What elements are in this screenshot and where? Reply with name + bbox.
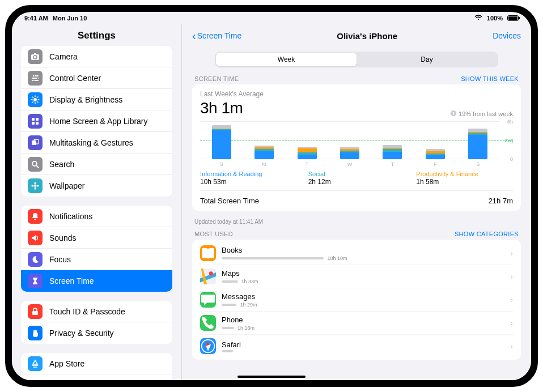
battery-pct: 100% (487, 15, 503, 22)
svg-rect-32 (32, 311, 38, 315)
devices-button[interactable]: Devices (493, 31, 521, 40)
svg-rect-18 (32, 118, 35, 121)
segment-day[interactable]: Day (357, 53, 497, 66)
svg-point-29 (31, 185, 33, 187)
app-name: Books (222, 246, 504, 254)
sidebar-item-app-store[interactable]: App Store (21, 353, 172, 374)
chevron-right-icon: › (510, 318, 513, 327)
svg-line-17 (37, 97, 39, 98)
game-icon (28, 378, 43, 380)
sidebar-item-home-screen-app-library[interactable]: Home Screen & App Library (21, 110, 172, 132)
category-0: Information & Reading10h 53m (200, 171, 297, 186)
chevron-right-icon: › (510, 342, 513, 351)
show-this-week-link[interactable]: SHOW THIS WEEK (461, 75, 519, 82)
svg-point-28 (35, 187, 36, 189)
arrow-up-icon (451, 110, 456, 117)
sidebar-item-wallpaper[interactable]: Wallpaper (21, 175, 172, 197)
sidebar-item-screen-time[interactable]: Screen Time (21, 270, 172, 292)
chevron-right-icon: › (510, 295, 513, 304)
svg-point-6 (32, 75, 34, 76)
speaker-icon (28, 231, 43, 245)
sidebar-item-label: Home Screen & App Library (49, 117, 148, 126)
avg-value: 3h 1m (200, 99, 243, 117)
sun-icon (28, 92, 43, 107)
app-usage-bar (222, 304, 236, 306)
hand-icon (28, 326, 43, 340)
sidebar-item-label: Camera (49, 52, 78, 61)
screen-time-header: SCREEN TIME (194, 75, 239, 82)
app-usage-bar (222, 257, 324, 259)
svg-rect-31 (34, 219, 36, 220)
svg-point-26 (34, 185, 36, 187)
app-row-books[interactable]: Books10h 10m› (200, 242, 513, 265)
sliders-icon (28, 71, 43, 86)
svg-rect-21 (36, 122, 39, 125)
sidebar-item-notifications[interactable]: Notifications (21, 206, 172, 227)
home-indicator[interactable] (237, 376, 306, 378)
app-row-phone[interactable]: Phone1h 16m› (200, 312, 513, 335)
battery-icon (507, 15, 519, 21)
maps-icon (200, 269, 216, 284)
sidebar-item-game-center[interactable]: Game Center (21, 374, 172, 380)
show-categories-link[interactable]: SHOW CATEGORIES (455, 231, 519, 237)
sidebar-item-label: Display & Brightness (49, 95, 122, 104)
sidebar-item-control-center[interactable]: Control Center (21, 67, 172, 89)
svg-point-30 (36, 185, 39, 187)
page-title: Olivia's iPhone (337, 31, 397, 41)
squares-icon (28, 135, 43, 150)
bubble-icon (200, 292, 216, 308)
segment-week-day[interactable]: WeekDay (215, 52, 498, 67)
grid-icon (28, 114, 43, 129)
app-row-messages[interactable]: Messages1h 29m› (200, 288, 513, 312)
camera-icon (28, 49, 43, 64)
segment-week[interactable]: Week (216, 53, 357, 66)
status-time: 9:41 AM (24, 15, 48, 22)
back-button[interactable]: ‹ Screen Time (192, 30, 241, 41)
most-used-header: MOST USED (194, 231, 233, 237)
svg-rect-19 (36, 118, 39, 121)
screen-time-card: Last Week's Average 3h 1m 19% from last … (192, 84, 521, 211)
app-time: 1h 29m (240, 302, 257, 308)
sidebar-item-display-brightness[interactable]: Display & Brightness (21, 89, 172, 110)
hourglass-icon (28, 274, 43, 288)
sidebar-item-label: Multitasking & Gestures (49, 138, 133, 147)
svg-point-39 (209, 271, 213, 275)
sidebar-item-label: App Store (49, 359, 84, 368)
sidebar-item-label: Search (49, 160, 74, 169)
book-icon (200, 245, 216, 261)
sidebar-item-privacy-security[interactable]: Privacy & Security (21, 322, 172, 344)
screen: 9:41 AM Mon Jun 10 100% Settings CameraC… (12, 12, 531, 380)
moon-icon (28, 252, 43, 267)
total-label: Total Screen Time (200, 197, 259, 205)
svg-point-27 (35, 182, 36, 184)
sidebar-item-label: Touch ID & Passcode (49, 307, 125, 316)
app-name: Phone (222, 316, 504, 324)
svg-line-16 (32, 101, 33, 103)
svg-point-9 (33, 98, 37, 101)
sidebar-item-touch-id-passcode[interactable]: Touch ID & Passcode (21, 301, 172, 322)
svg-line-14 (32, 97, 33, 98)
app-name: Maps (222, 269, 504, 278)
sidebar-item-sounds[interactable]: Sounds (21, 227, 172, 249)
category-1: Social2h 12m (308, 171, 405, 186)
app-usage-bar (222, 327, 234, 329)
sidebar-item-multitasking-gestures[interactable]: Multitasking & Gestures (21, 132, 172, 154)
avg-label: Last Week's Average (200, 90, 513, 98)
app-row-maps[interactable]: Maps1h 33m› (200, 265, 513, 288)
sidebar-item-search[interactable]: Search (21, 154, 172, 175)
svg-rect-2 (34, 53, 36, 55)
app-usage-bar (222, 280, 238, 283)
detail-pane: ‹ Screen Time Olivia's iPhone Devices We… (182, 24, 531, 380)
svg-point-7 (36, 77, 37, 79)
sidebar-item-label: Control Center (49, 74, 101, 83)
category-2: Productivity & Finance1h 58m (416, 171, 513, 186)
sidebar-title: Settings (12, 24, 181, 46)
sidebar-item-camera[interactable]: Camera (21, 46, 172, 67)
chevron-right-icon: › (510, 272, 513, 281)
sidebar-item-label: Screen Time (49, 276, 94, 286)
svg-point-8 (33, 79, 35, 81)
sidebar-item-focus[interactable]: Focus (21, 249, 172, 270)
delta-label: 19% from last week (451, 110, 513, 117)
app-row-safari[interactable]: Safari› (200, 335, 513, 357)
flower-icon (28, 178, 43, 193)
